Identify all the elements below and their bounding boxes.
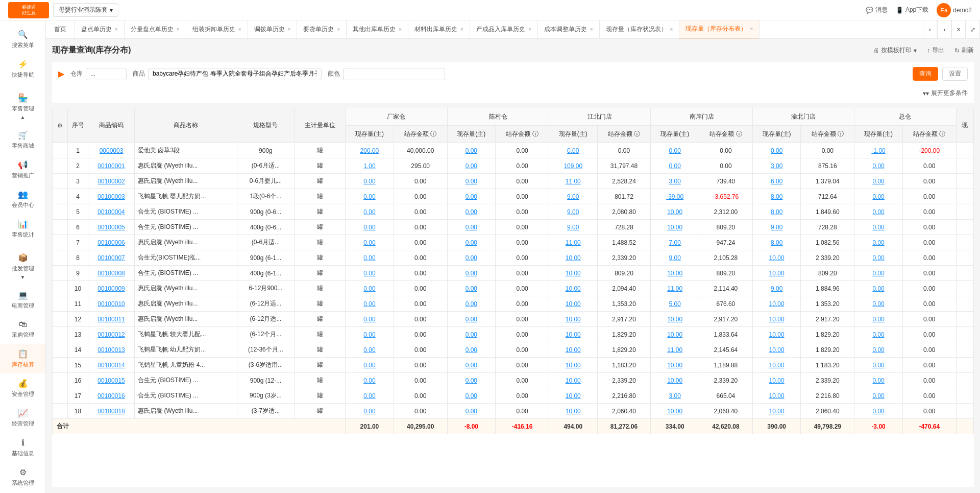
tab-stock-distribution[interactable]: 现存量（库存分布表） × [679, 20, 760, 39]
user-profile[interactable]: Ea demo2 [937, 3, 972, 17]
settings-button[interactable]: 设置 [942, 67, 968, 81]
refresh-button[interactable]: ↻ 刷新 [954, 46, 974, 55]
sidebar-item-member[interactable]: 👥 会员中心 [0, 184, 45, 214]
th-yubei-amt: 结存金额 ⓘ [801, 126, 854, 143]
tab-close-icon[interactable]: × [590, 27, 593, 32]
row-settings[interactable] [53, 220, 68, 235]
th-settings[interactable]: ⚙ [53, 108, 68, 143]
tab-stock-status[interactable]: 现存量（库存状况表） × [600, 20, 680, 39]
print-button[interactable]: 🖨 按模板打印 ▾ [873, 46, 917, 55]
tab-close-icon[interactable]: × [750, 26, 753, 32]
row-jb-amt: 728.28 [597, 220, 651, 235]
row-settings[interactable] [53, 388, 68, 404]
sidebar-item-wholesale[interactable]: 📦 批发管理 ▼ [0, 248, 45, 285]
tab-close-all-button[interactable]: × [951, 20, 966, 39]
tab-inventory-check[interactable]: 盘点单历史 × [75, 20, 125, 39]
sidebar-item-purchase[interactable]: 🛍 采购管理 [0, 315, 45, 344]
row-settings[interactable] [53, 189, 68, 204]
row-unit: 罐 [294, 220, 345, 235]
chevron-left-icon: ‹ [929, 26, 931, 33]
row-na-qty: 0.00 [651, 158, 699, 174]
sidebar-item-system[interactable]: ⚙ 系统管理 [0, 462, 45, 492]
row-settings[interactable] [53, 373, 68, 388]
tab-next-button[interactable]: › [937, 20, 951, 39]
sidebar-item-inventory[interactable]: 📋 库存核算 [0, 344, 45, 373]
row-na-amt: 2,339.20 [699, 373, 753, 388]
row-settings[interactable] [53, 266, 68, 281]
sidebar-item-marketing[interactable]: 📢 营销推广 [0, 155, 45, 184]
row-settings[interactable] [53, 235, 68, 250]
tab-cost-adjust[interactable]: 成本调整单历史 × [538, 20, 600, 39]
row-settings[interactable] [53, 327, 68, 342]
row-settings[interactable] [53, 358, 68, 373]
row-settings[interactable] [53, 312, 68, 327]
tab-requisition[interactable]: 要货单历史 × [297, 20, 347, 39]
tab-product-inbound[interactable]: 产成品入库单历史 × [470, 20, 538, 39]
color-input[interactable] [343, 68, 445, 80]
sidebar-item-base-info[interactable]: ℹ 基础信息 [0, 433, 45, 462]
app-download-button[interactable]: 📱 App下载 [896, 6, 928, 14]
row-yb-qty: 10.00 [752, 388, 801, 404]
tab-prev-button[interactable]: ‹ [923, 20, 937, 39]
row-num: 10 [68, 281, 88, 296]
sidebar-item-quick-nav[interactable]: ⚡ 快捷导航 [0, 54, 45, 84]
row-cc-amt: 0.00 [496, 358, 549, 373]
row-settings[interactable] [53, 250, 68, 266]
row-settings[interactable] [53, 404, 68, 419]
tab-transfer[interactable]: 调拨单历史 × [248, 20, 298, 39]
row-jb-qty: 0.00 [549, 143, 597, 158]
tab-close-icon[interactable]: × [177, 27, 180, 32]
sidebar-item-mall[interactable]: 🛒 零售商城 [0, 125, 45, 155]
tab-assembly[interactable]: 组装拆卸单历史 × [186, 20, 248, 39]
row-settings[interactable] [53, 281, 68, 296]
tab-close-icon[interactable]: × [670, 27, 673, 32]
filter-toggle-arrow[interactable]: ▶ [58, 69, 64, 79]
row-jb-qty: 10.00 [549, 281, 597, 296]
export-button[interactable]: ↑ 导出 [927, 46, 944, 55]
row-unit: 罐 [294, 174, 345, 189]
message-button[interactable]: 💬 消息 [866, 6, 888, 14]
tab-material-outbound[interactable]: 材料出库单历史 × [408, 20, 470, 39]
row-settings[interactable] [53, 158, 68, 174]
sidebar-item-operations[interactable]: 📈 经营管理 [0, 403, 45, 433]
row-jb-qty: 109.00 [549, 158, 597, 174]
row-cc-qty: 0.00 [447, 266, 496, 281]
row-spec: 900g [237, 143, 294, 158]
tab-close-icon[interactable]: × [288, 27, 291, 32]
sidebar-item-retail-stats[interactable]: 📊 零售统计 [0, 214, 45, 244]
row-cc-qty: 0.00 [447, 174, 496, 189]
row-zc-qty: 0.00 [854, 327, 903, 342]
tab-close-icon[interactable]: × [399, 27, 402, 32]
product-input[interactable] [148, 68, 322, 80]
tab-expand-button[interactable]: ⤢ [966, 20, 980, 39]
row-na-qty: 10.00 [651, 312, 699, 327]
sidebar-item-search[interactable]: 🔍 搜索英单 [0, 25, 45, 54]
row-settings[interactable] [53, 296, 68, 312]
tab-close-icon[interactable]: × [528, 27, 531, 32]
row-unit: 罐 [294, 250, 345, 266]
tab-close-icon[interactable]: × [337, 27, 340, 32]
row-unit: 罐 [294, 388, 345, 404]
printer-icon: 🖨 [873, 47, 879, 54]
warehouse-input[interactable] [86, 68, 127, 80]
company-selector[interactable]: 母婴行业演示陈套 ▾ [53, 3, 118, 17]
query-button[interactable]: 查询 [913, 67, 938, 81]
sidebar-item-retail[interactable]: 🏪 零售管理 ▲ [0, 88, 45, 125]
tab-split-check[interactable]: 分量盘点单历史 × [125, 20, 186, 39]
table-row: 9 00100008 合生元 (BIOSTIME) ... 400g (6-1.… [53, 266, 974, 281]
sidebar-item-finance[interactable]: 💰 资金管理 [0, 373, 45, 403]
tab-close-icon[interactable]: × [460, 27, 463, 32]
row-name: 惠氏启胧 (Wyeth illu... [135, 174, 237, 189]
expand-conditions-button[interactable]: ▾▾ 展开更多条件 [923, 89, 968, 98]
row-settings[interactable] [53, 204, 68, 220]
row-na-qty: 0.00 [651, 143, 699, 158]
tab-close-icon[interactable]: × [115, 27, 118, 32]
row-yb-amt: 0.00 [801, 143, 854, 158]
row-settings[interactable] [53, 143, 68, 158]
row-settings[interactable] [53, 342, 68, 358]
row-settings[interactable] [53, 174, 68, 189]
tab-other-outbound[interactable]: 其他出库单历史 × [347, 20, 408, 39]
sidebar-item-ecommerce[interactable]: 💻 电商管理 [0, 285, 45, 315]
tab-close-icon[interactable]: × [238, 27, 241, 32]
tab-home[interactable]: 首页 [46, 20, 75, 39]
